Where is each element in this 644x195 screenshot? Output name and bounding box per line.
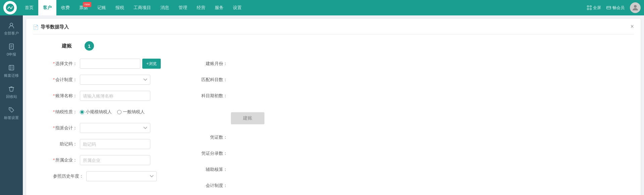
trash-icon: [7, 85, 15, 93]
sidebar-item-migrate[interactable]: 账套迁移: [0, 60, 23, 81]
nav-business[interactable]: 工商项目: [129, 0, 156, 15]
sidebar-item-all-customers[interactable]: 全部客户: [0, 18, 23, 39]
panel-title: 导爷数据导入: [41, 24, 69, 30]
nav-home[interactable]: 首页: [20, 0, 38, 15]
account-name-label: 账簿名称：: [53, 93, 77, 99]
memo-code-label: 助记码：: [53, 141, 77, 147]
radio-small-taxpayer[interactable]: 小规模纳税人: [80, 109, 112, 115]
file-input-wrap: +浏览: [80, 59, 161, 69]
navbar: 首页 客户 收费 票据 new 记账 报税 工商项目 消息 管理 经营 服务 设…: [0, 0, 644, 15]
voucher-entries-label: 凭证分录数：: [201, 150, 228, 156]
sidebar-item-zero-declare[interactable]: 0申报: [0, 39, 23, 60]
assign-accountant-label: 指派会计：: [53, 125, 77, 131]
svg-rect-5: [607, 6, 611, 9]
form-left: 选择文件： +浏览 会计制度：: [53, 59, 181, 191]
fullscreen-btn[interactable]: 全屏: [587, 5, 601, 11]
browse-button[interactable]: +浏览: [142, 59, 161, 69]
panel-header: 📄 导爷数据导入: [33, 24, 634, 35]
account-name-row: 账簿名称：: [53, 91, 181, 101]
form-section: 选择文件： +浏览 会计制度：: [33, 59, 634, 191]
affiliated-company-input[interactable]: [80, 155, 150, 165]
main-panel: 📄 导爷数据导入 × 建账 1 选择文件：: [26, 19, 641, 195]
assign-accountant-select[interactable]: [80, 123, 150, 133]
nav-settings[interactable]: 设置: [228, 0, 246, 15]
content-area: 📄 导爷数据导入 × 建账 1 选择文件：: [23, 15, 644, 195]
aux-accounting-row: 辅助核算：: [201, 165, 295, 175]
nav-menu: 首页 客户 收费 票据 new 记账 报税 工商项目 消息 管理 经营 服务 设…: [20, 0, 587, 15]
ref-year-select[interactable]: [86, 171, 157, 181]
book-icon: [7, 64, 15, 72]
voucher-count-row: 凭证数：: [201, 132, 295, 142]
sidebar-item-recycle[interactable]: 回收站: [0, 81, 23, 103]
accounting-system-row: 会计制度：: [53, 75, 181, 85]
ref-year-row: 参照历史年度：: [53, 171, 181, 181]
nav-fee[interactable]: 收费: [56, 0, 75, 15]
nav-invoice-badge: new: [83, 2, 91, 7]
user-icon: [7, 21, 15, 29]
create-account-button[interactable]: 建账: [231, 112, 264, 124]
ref-year-label: 参照历史年度：: [53, 173, 84, 179]
accounting-system-label: 会计制度：: [53, 77, 77, 83]
svg-rect-4: [590, 8, 591, 10]
nav-customer[interactable]: 客户: [38, 0, 56, 15]
subject-period-label: 科目期初数：: [201, 93, 228, 99]
voucher-count-label: 凭证数：: [201, 134, 228, 140]
app-logo[interactable]: [3, 1, 17, 14]
account-name-input[interactable]: [80, 91, 150, 101]
step-circle: 1: [85, 41, 94, 51]
svg-rect-3: [587, 8, 589, 10]
account-month-row: 建账月份：: [201, 59, 295, 69]
file-input[interactable]: [80, 59, 140, 69]
svg-point-18: [10, 109, 11, 109]
member-btn[interactable]: 畅会员: [606, 5, 625, 11]
affiliated-company-label: 所属企业：: [53, 157, 77, 163]
affiliated-company-row: 所属企业：: [53, 155, 181, 165]
nav-bookkeeping[interactable]: 记账: [93, 0, 111, 15]
step-label: 建账: [62, 43, 72, 49]
navbar-right: 全屏 畅会员: [587, 2, 641, 13]
match-subject-label: 匹配科目数：: [201, 77, 228, 83]
match-subject-row: 匹配科目数：: [201, 75, 295, 85]
tax-nature-row: 纳税性质： 小规模纳税人 一般纳税人: [53, 107, 181, 117]
right-accounting-system-label: 会计制度：: [201, 183, 228, 189]
aux-accounting-label: 辅助核算：: [201, 167, 228, 173]
form-right: 建账月份： 匹配科目数： 科目期初数： 建账: [201, 59, 295, 191]
accounting-system-select[interactable]: [80, 75, 150, 85]
sidebar: 全部客户 0申报 账套迁移 回收站 标签设置: [0, 15, 23, 195]
voucher-entries-row: 凭证分录数：: [201, 148, 295, 158]
select-file-label: 选择文件：: [53, 61, 77, 67]
svg-point-7: [10, 23, 13, 26]
close-button[interactable]: ×: [630, 23, 634, 29]
tag-icon: [7, 106, 15, 114]
right-accounting-system-row: 会计制度：: [201, 181, 295, 191]
subject-period-row: 科目期初数：: [201, 91, 295, 101]
svg-rect-1: [587, 6, 589, 7]
nav-manage[interactable]: 管理: [174, 0, 192, 15]
memo-code-row: 助记码：: [53, 139, 181, 149]
nav-invoice[interactable]: 票据 new: [75, 0, 93, 15]
svg-rect-2: [590, 6, 591, 7]
tax-nature-radio-group: 小规模纳税人 一般纳税人: [80, 109, 145, 115]
select-file-row: 选择文件： +浏览: [53, 59, 181, 69]
panel-header-icon: 📄: [33, 24, 39, 30]
assign-accountant-row: 指派会计：: [53, 123, 181, 133]
nav-service[interactable]: 服务: [210, 0, 228, 15]
step-area: 建账 1: [33, 41, 634, 51]
sidebar-item-tag-settings[interactable]: 标签设置: [0, 103, 23, 124]
nav-tax[interactable]: 报税: [111, 0, 129, 15]
avatar[interactable]: [630, 2, 641, 13]
radio-general-taxpayer[interactable]: 一般纳税人: [117, 109, 145, 115]
main-layout: 全部客户 0申报 账套迁移 回收站 标签设置: [0, 15, 644, 195]
nav-message[interactable]: 消息: [156, 0, 174, 15]
tax-nature-label: 纳税性质：: [53, 109, 77, 115]
nav-operate[interactable]: 经营: [192, 0, 210, 15]
file-icon: [7, 43, 15, 51]
memo-code-input[interactable]: [80, 139, 150, 149]
svg-point-6: [634, 5, 637, 8]
account-month-label: 建账月份：: [201, 61, 228, 67]
